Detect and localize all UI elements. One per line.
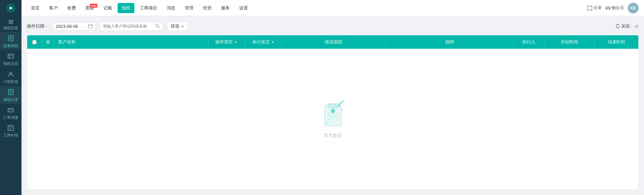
th-error-reason: 错误原因	[282, 35, 386, 49]
th-checkbox[interactable]	[27, 35, 42, 49]
calendar-icon	[88, 24, 93, 29]
sidebar-logo[interactable]	[0, 0, 22, 16]
nav-item-settings[interactable]: 设置	[235, 3, 252, 13]
date-input[interactable]	[56, 24, 86, 29]
top-navigation: 首页 客户 收费 票据 new 记账 报税 工商项目 消息	[22, 0, 644, 16]
svg-rect-14	[8, 109, 13, 112]
search-icon[interactable]	[155, 24, 160, 29]
svg-rect-31	[328, 104, 338, 108]
nav-item-tax[interactable]: 报税	[118, 3, 134, 13]
tax-records-icon	[7, 89, 14, 96]
nav-item-business[interactable]: 工商项目	[136, 3, 161, 13]
sidebar-item-personal-tax[interactable]: 个税申报	[0, 68, 22, 86]
settlement-icon	[7, 107, 14, 114]
svg-rect-23	[88, 25, 92, 28]
empty-state: ! 暂无数据	[319, 100, 346, 139]
close-button[interactable]: ✕	[634, 23, 639, 30]
nav-item-billing[interactable]: 收费	[63, 3, 80, 13]
nav-right-area: 全屏 畅会员 CE	[588, 3, 639, 13]
sidebar-item-tax-records[interactable]: 报税记录	[0, 86, 22, 104]
vip-icon	[606, 6, 610, 10]
main-area: 首页 客户 收费 票据 new 记账 报税 工商项目 消息	[22, 0, 644, 195]
search-box[interactable]	[100, 22, 163, 31]
nav-item-services[interactable]: 服务	[217, 3, 234, 13]
vip-button[interactable]: 畅会员	[606, 5, 624, 11]
svg-line-28	[159, 27, 160, 28]
sidebar: ⊞ 报税设置 批量报税 报税总览	[0, 0, 22, 195]
sidebar-label-tax-settings: 报税设置	[3, 26, 18, 30]
toolbar: 操作日期：	[27, 22, 639, 31]
filter-button[interactable]: 筛选	[167, 22, 188, 31]
sort-op-type-icon: ▼	[234, 40, 238, 44]
sidebar-label-annual-report: 工商年报	[3, 133, 18, 138]
sidebar-label-personal-tax: 个税申报	[3, 80, 18, 84]
fullscreen-icon	[588, 6, 592, 10]
page-content: 操作日期：	[22, 16, 644, 195]
nav-item-invoice[interactable]: 票据 new	[81, 3, 98, 13]
sort-exec-status-icon: ▼	[271, 40, 274, 44]
refresh-icon	[615, 24, 620, 29]
page-main: 操作日期：	[22, 16, 644, 195]
th-client-name: 客户名称	[54, 35, 208, 49]
tax-settings-icon: ⊞	[8, 19, 13, 25]
th-end-time: 结束时间	[595, 35, 638, 49]
empty-illustration: !	[319, 100, 346, 130]
nav-item-client[interactable]: 客户	[45, 3, 62, 13]
table-header: 客户名称 操作类型 ▼ 执行状态 ▼ 错误原因 税种	[27, 35, 638, 49]
nav-item-messages[interactable]: 消息	[163, 3, 179, 13]
svg-point-1	[10, 7, 12, 9]
th-exec-status[interactable]: 执行状态 ▼	[245, 35, 282, 49]
sidebar-label-tax-overview: 报税总览	[3, 62, 18, 66]
th-executor: 执行人	[514, 35, 544, 49]
svg-point-38	[325, 122, 328, 125]
select-all-checkbox[interactable]	[32, 40, 37, 44]
sidebar-label-settlement: 汇算清缴	[3, 115, 18, 120]
refresh-button[interactable]: 刷新	[615, 23, 630, 29]
sidebar-label-batch-tax: 批量报税	[3, 44, 18, 48]
empty-text: 暂无数据	[324, 132, 342, 139]
th-start-time: 开始时间	[544, 35, 595, 49]
date-label: 操作日期：	[27, 23, 49, 29]
th-tax-type: 税种	[386, 35, 514, 49]
sidebar-item-annual-report[interactable]: 工商年报	[0, 122, 22, 140]
sidebar-label-tax-records: 报税记录	[3, 98, 18, 102]
nav-item-operation[interactable]: 经营	[199, 3, 216, 13]
nav-item-accounts[interactable]: 记账	[99, 3, 116, 13]
sidebar-item-settlement[interactable]: 汇算清缴	[0, 104, 22, 122]
sidebar-item-tax-overview[interactable]: 报税总览	[0, 50, 22, 68]
sidebar-item-batch-tax[interactable]: 批量报税	[0, 32, 22, 50]
data-table: 客户名称 操作类型 ▼ 执行状态 ▼ 错误原因 税种	[27, 35, 639, 190]
personal-tax-icon	[7, 71, 14, 79]
user-avatar[interactable]: CE	[628, 3, 639, 13]
search-input[interactable]	[103, 24, 153, 29]
svg-point-27	[156, 24, 159, 27]
svg-point-39	[341, 109, 343, 111]
sidebar-item-tax-settings[interactable]: ⊞ 报税设置	[0, 16, 22, 32]
svg-point-29	[47, 41, 49, 43]
nav-item-management[interactable]: 管理	[181, 3, 198, 13]
svg-rect-6	[8, 54, 13, 58]
nav-items: 首页 客户 收费 票据 new 记账 报税 工商项目 消息	[27, 3, 588, 13]
th-settings[interactable]	[42, 35, 54, 49]
svg-line-37	[339, 101, 343, 105]
annual-report-icon	[7, 124, 14, 132]
th-op-type[interactable]: 操作类型 ▼	[208, 35, 245, 49]
date-picker[interactable]	[53, 22, 96, 31]
svg-text:!: !	[332, 110, 333, 113]
svg-rect-19	[9, 125, 12, 126]
batch-tax-icon	[7, 35, 14, 43]
chevron-down-icon	[181, 25, 184, 28]
column-settings-icon	[46, 40, 50, 44]
nav-item-home[interactable]: 首页	[27, 3, 44, 13]
tax-overview-icon	[7, 53, 14, 61]
fullscreen-button[interactable]: 全屏	[588, 5, 602, 11]
app-logo-icon	[5, 3, 16, 13]
invoice-badge: new	[90, 4, 97, 8]
table-body: ! 暂无数据	[27, 49, 638, 189]
